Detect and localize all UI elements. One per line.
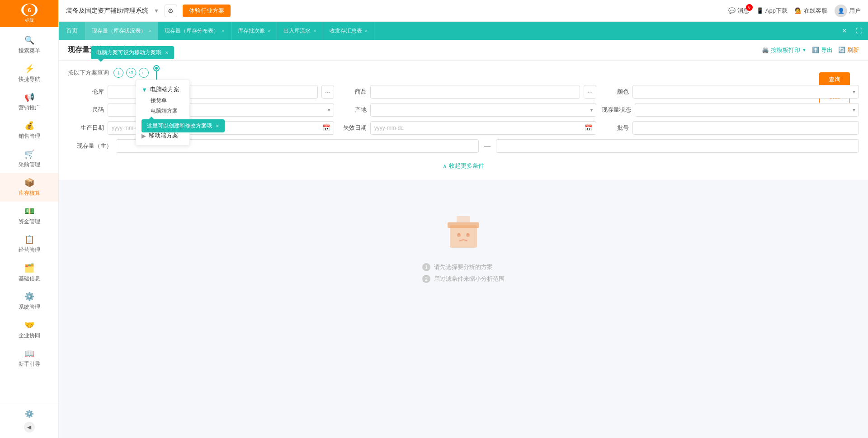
settings-icon: ⚙️ (25, 410, 34, 418)
collapse-label: 收起更多条件 (449, 162, 484, 170)
sidebar-item-system[interactable]: ⚙️ 系统管理 (0, 287, 58, 316)
sidebar-item-inventory[interactable]: 📦 库存核算 (0, 173, 58, 202)
print-btn[interactable]: 🖨️ 按模板打印 ▼ (762, 46, 807, 54)
collapse-more-btn[interactable]: ∧ 收起更多条件 (68, 157, 859, 174)
stock-status-label: 现存量状态 (602, 106, 631, 114)
sidebar-item-label: 企业协同 (19, 332, 40, 339)
sidebar-settings-btn[interactable]: ⚙️ (25, 410, 34, 418)
sidebar-item-search-menu[interactable]: 🔍 搜索菜单 (0, 31, 58, 59)
indicator-container (154, 66, 159, 80)
tab-inventory-status[interactable]: 现存量（库存状况表） × (85, 22, 158, 40)
sidebar-item-quick-nav[interactable]: ⚡ 快捷导航 (0, 59, 58, 88)
tab-summary[interactable]: 收发存汇总表 × (323, 22, 374, 40)
topbar-title: 装备及固定资产辅助管理系统 (66, 7, 148, 15)
tab-batch-account[interactable]: 库存批次账 × (231, 22, 277, 40)
filter-field-size: 尺码 ▼ (77, 103, 334, 117)
message-action[interactable]: 💬 6 消息 (728, 7, 749, 15)
tab-close-icon[interactable]: × (222, 28, 224, 33)
stock-qty-to[interactable] (496, 139, 859, 153)
sidebar-item-label: 库存核算 (19, 189, 40, 197)
expire-date-from[interactable]: yyyy-mm-dd 📅 (370, 121, 597, 135)
inventory-icon: 📦 (24, 178, 34, 188)
online-service-action[interactable]: 💁 在线客服 (795, 7, 827, 15)
origin-select-display[interactable] (370, 103, 597, 117)
sales-icon: 💰 (24, 121, 34, 131)
system-icon: ⚙️ (24, 292, 34, 301)
sidebar-logo: 6 标版 (0, 0, 58, 27)
warehouse-dots-btn[interactable]: ··· (321, 85, 334, 99)
sidebar-item-label: 快捷导航 (19, 75, 40, 83)
purchase-icon: 🛒 (24, 149, 34, 159)
tab-close-icon[interactable]: × (313, 28, 316, 33)
user-action[interactable]: 👤 用户 (835, 5, 861, 17)
refresh-label: 刷新 (847, 46, 859, 54)
tab-close-icon[interactable]: × (149, 28, 151, 33)
online-service-label: 在线客服 (804, 7, 827, 15)
tabs-close-all-btn[interactable]: ✕ (839, 25, 850, 36)
filter-row-1: 仓库 ··· 商品 ··· 颜色 ▼ (77, 85, 859, 99)
quick-nav-icon: ⚡ (24, 64, 34, 74)
sidebar-collapse-btn[interactable]: ◀ (24, 422, 35, 433)
indicator-dot (154, 66, 159, 71)
topbar-dropdown[interactable]: ▼ (154, 8, 159, 14)
sidebar-item-sales[interactable]: 💰 销售管理 (0, 116, 58, 145)
tooltip2-close-btn[interactable]: × (216, 122, 219, 129)
prod-date-label: 生产日期 (77, 124, 104, 132)
tab-inventory-distribution[interactable]: 现存量（库存分布表） × (158, 22, 231, 40)
filter-field-goods: 商品 ··· (340, 85, 597, 99)
base-info-icon: 🗂️ (24, 263, 34, 273)
goods-dots-btn[interactable]: ··· (584, 85, 596, 99)
stock-status-select[interactable]: ▼ (635, 103, 859, 117)
color-select[interactable]: ▼ (632, 85, 859, 99)
sidebar-item-purchase[interactable]: 🛒 采购管理 (0, 145, 58, 173)
stock-status-select-display[interactable] (635, 103, 859, 117)
tab-label: 出入库流水 (283, 27, 311, 35)
logo-icon: 6 (21, 4, 38, 16)
origin-select[interactable]: ▼ (370, 103, 597, 117)
filter-top: 按以下方案查询 + ↺ ← 电脑方案可设为移动方案哦 × (68, 66, 859, 80)
empty-state: 1 请先选择要分析的方案 2 用过滤条件来缩小分析范围 (59, 180, 868, 312)
empty-image (441, 207, 486, 252)
scheme-back-btn[interactable]: ← (139, 68, 149, 78)
print-dropdown-icon: ▼ (802, 47, 807, 52)
refresh-btn[interactable]: 🔄 刷新 (838, 46, 859, 54)
sidebar-item-marketing[interactable]: 📢 营销推广 (0, 88, 58, 116)
tabs-expand-btn[interactable]: ⛶ (854, 25, 864, 36)
tab-home[interactable]: 首页 (59, 22, 85, 40)
app-download-action[interactable]: 📱 App下载 (756, 7, 788, 15)
trial-btn[interactable]: 体验行业方案 (183, 5, 231, 17)
tooltip-close-btn[interactable]: × (165, 49, 169, 56)
export-btn[interactable]: ⬆️ 导出 (812, 46, 833, 54)
filter-section: 按以下方案查询 + ↺ ← 电脑方案可设为移动方案哦 × (59, 61, 868, 180)
color-select-display[interactable] (632, 85, 859, 99)
sidebar-item-base-info[interactable]: 🗂️ 基础信息 (0, 259, 58, 287)
svg-text:6: 6 (28, 7, 31, 14)
warehouse-label: 仓库 (77, 88, 104, 96)
goods-input[interactable] (370, 85, 580, 99)
expire-date-label: 失效日期 (340, 124, 367, 132)
scheme-sub-item-1[interactable]: 接货单 (142, 95, 184, 106)
sidebar-item-operations[interactable]: 📋 经营管理 (0, 230, 58, 259)
scheme-sub-item-desktop[interactable]: 电脑端方案 (142, 106, 184, 116)
scheme-toggle-icon: ▼ (142, 86, 147, 93)
user-label: 用户 (849, 7, 861, 15)
color-label: 颜色 (602, 88, 629, 96)
sidebar-item-enterprise[interactable]: 🤝 企业协同 (0, 316, 58, 344)
tab-close-icon[interactable]: × (365, 28, 368, 33)
batch-input[interactable] (632, 121, 859, 135)
sidebar-item-label: 基础信息 (19, 275, 40, 283)
scheme-refresh-btn[interactable]: ↺ (126, 68, 136, 78)
marketing-icon: 📢 (24, 92, 34, 102)
topbar: 装备及固定资产辅助管理系统 ▼ ⚙ 体验行业方案 💬 6 消息 📱 App下载 … (59, 0, 868, 22)
sidebar-item-guide[interactable]: 📖 新手引导 (0, 344, 58, 372)
scheme-tree-desktop[interactable]: ▼ 电脑端方案 (142, 84, 184, 95)
export-icon: ⬆️ (812, 47, 819, 53)
tab-close-icon[interactable]: × (268, 28, 270, 33)
scheme-add-btn[interactable]: + (113, 68, 123, 78)
sidebar-item-finance[interactable]: 💵 资金管理 (0, 202, 58, 230)
prod-date-icon: 📅 (322, 124, 330, 132)
topbar-settings-btn[interactable]: ⚙ (165, 5, 177, 17)
tab-inout-flow[interactable]: 出入库流水 × (277, 22, 323, 40)
goods-label: 商品 (340, 88, 367, 96)
step-num-1: 1 (422, 263, 430, 271)
